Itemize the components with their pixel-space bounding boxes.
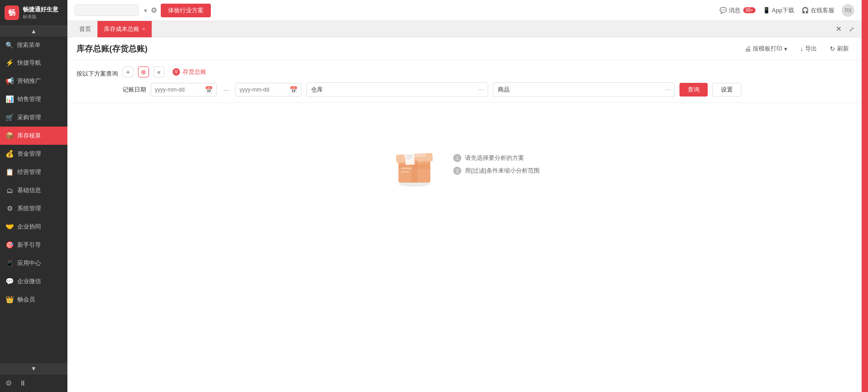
inventory-icon: 📦 [5, 132, 14, 140]
finance-icon: 💰 [5, 150, 14, 158]
topbar-search-input[interactable] [75, 5, 138, 16]
enterprise-icon: 🤝 [5, 223, 14, 231]
filter-label: 按以下方案查询 [77, 66, 118, 78]
resize-panel-button[interactable]: ⤢ [847, 24, 856, 35]
quick-nav-icon: ⚡ [5, 59, 14, 67]
basic-icon: 🗂 [5, 187, 14, 194]
app-logo: 畅 畅捷通好生意 标准版 [0, 0, 67, 26]
message-label: 消息 [729, 6, 740, 15]
sidebar-item-inventory[interactable]: 📦 库存核算 [0, 127, 67, 145]
product-more-icon[interactable]: ··· [661, 83, 674, 97]
export-button[interactable]: ↓ 导出 [797, 43, 821, 55]
sidebar-item-purchase[interactable]: 🛒 采购管理 [0, 108, 67, 127]
sidebar-item-label: 系统管理 [17, 204, 62, 213]
tab-home[interactable]: 首页 [73, 21, 97, 37]
vip-icon: 👑 [5, 295, 14, 304]
svg-rect-7 [401, 171, 409, 173]
filter-scheme-item[interactable]: 存 存货总账 [169, 66, 210, 78]
filter-row-buttons: + ⊗ « 存 存货总账 [123, 66, 853, 78]
refresh-button[interactable]: ↻ 刷新 [826, 43, 853, 55]
search-icon: 🔍 [5, 41, 13, 49]
sidebar-item-label: 基础信息 [17, 186, 62, 194]
toggle-sidebar-icon[interactable]: ⏸ [19, 379, 26, 387]
scroll-up-button[interactable]: ▲ [0, 26, 67, 36]
sidebar-item-label: 企业协同 [17, 223, 62, 231]
message-icon: 💬 [720, 7, 727, 14]
sidebar-item-vip[interactable]: 👑 畅会员 [0, 290, 67, 309]
topbar-gear-icon[interactable]: ⚙ [151, 6, 157, 15]
print-chevron-icon: ▾ [784, 46, 787, 52]
sidebar-item-newbie[interactable]: 🎯 新手引导 [0, 236, 67, 254]
print-button[interactable]: 🖨 按模板打印 ▾ [741, 43, 791, 55]
sidebar-nav: ⚡ 快捷导航 📢 营销推广 📊 销售管理 🛒 采购管理 📦 库存核算 💰 资金管… [0, 54, 67, 363]
purchase-icon: 🛒 [5, 113, 14, 122]
tab-inventory-cost[interactable]: 库存成本总账 × [97, 21, 152, 37]
warehouse-more-icon[interactable]: ··· [475, 83, 488, 97]
close-panel-button[interactable]: ✕ [834, 23, 843, 35]
search-menu-item[interactable]: 🔍 搜索菜单 [0, 36, 67, 54]
tab-close-icon[interactable]: × [142, 26, 145, 32]
warehouse-filter[interactable]: 仓库 ··· [306, 82, 488, 97]
sidebar-item-quick-nav[interactable]: ⚡ 快捷导航 [0, 54, 67, 72]
user-label: Rit [845, 7, 852, 14]
calendar-to-icon[interactable]: 📅 [286, 83, 301, 96]
right-panel[interactable] [862, 0, 868, 392]
empty-state-inner: 1 请先选择要分析的方案 2 用[过滤]条件来缩小分析范围 [389, 139, 539, 189]
sidebar-item-label: 企业微信 [17, 277, 62, 285]
wechat-icon: 💬 [5, 277, 14, 285]
sidebar-item-operations[interactable]: 📋 经营管理 [0, 163, 67, 181]
sales-icon: 📊 [5, 95, 14, 103]
query-button[interactable]: 查询 [679, 83, 708, 97]
user-avatar[interactable]: Rit [842, 4, 854, 17]
empty-illustration [389, 139, 439, 189]
settings-button[interactable]: 设置 [712, 83, 741, 97]
date-from-input[interactable] [151, 84, 201, 96]
empty-tip-2: 2 用[过滤]条件来缩小分析范围 [453, 167, 539, 175]
page-header: 库存总账(存货总账) 🖨 按模板打印 ▾ ↓ 导出 ↻ 刷新 [67, 37, 862, 61]
topbar-nav: ▾ ⚙ 体验行业方案 [75, 4, 714, 17]
app-download-button[interactable]: 📱 App下载 [763, 6, 794, 15]
product-label: 商品 [493, 83, 514, 97]
filter-collapse-button[interactable]: « [153, 66, 164, 77]
filter-add-button[interactable]: + [123, 66, 133, 77]
sidebar-item-label: 库存核算 [17, 132, 62, 140]
sidebar-item-apps[interactable]: 📱 应用中心 [0, 254, 67, 272]
tab-inventory-cost-label: 库存成本总账 [104, 25, 139, 33]
newbie-icon: 🎯 [5, 241, 14, 249]
scroll-down-button[interactable]: ▼ [0, 363, 67, 374]
sidebar-item-finance[interactable]: 💰 资金管理 [0, 145, 67, 163]
refresh-icon: ↻ [830, 45, 835, 52]
calendar-from-icon[interactable]: 📅 [201, 83, 216, 96]
sidebar-item-basic[interactable]: 🗂 基础信息 [0, 181, 67, 199]
topbar: ▾ ⚙ 体验行业方案 💬 消息 99+ 📱 App下载 🎧 在线客服 Rit [67, 0, 862, 21]
sidebar-item-system[interactable]: ⚙ 系统管理 [0, 199, 67, 218]
sidebar-item-marketing[interactable]: 📢 营销推广 [0, 72, 67, 90]
sidebar-item-enterprise[interactable]: 🤝 企业协同 [0, 218, 67, 236]
sidebar-item-sales[interactable]: 📊 销售管理 [0, 90, 67, 108]
date-separator: — [221, 87, 231, 93]
filter-delete-button[interactable]: ⊗ [138, 66, 149, 77]
online-service-button[interactable]: 🎧 在线客服 [802, 6, 834, 15]
sidebar-bottom: ⚙ ⏸ [0, 374, 67, 392]
page-content: 库存总账(存货总账) 🖨 按模板打印 ▾ ↓ 导出 ↻ 刷新 按以下方案查询 [67, 37, 862, 392]
sidebar-item-label: 采购管理 [17, 113, 62, 122]
date-to-group: 📅 [235, 83, 301, 97]
filter-row-fields: 记账日期 📅 — 📅 仓库 ··· [123, 82, 853, 97]
sidebar-item-label: 营销推广 [17, 77, 62, 85]
sidebar-item-wechat[interactable]: 💬 企业微信 [0, 272, 67, 290]
refresh-label: 刷新 [837, 45, 849, 53]
date-to-input[interactable] [236, 84, 286, 96]
message-button[interactable]: 💬 消息 99+ [720, 6, 756, 15]
product-filter[interactable]: 商品 ··· [493, 82, 675, 97]
settings-bottom-icon[interactable]: ⚙ [5, 379, 12, 387]
sidebar-item-label: 应用中心 [17, 259, 62, 267]
tip-number-2: 2 [453, 167, 461, 175]
del-icon: ⊗ [141, 68, 146, 76]
tip-number-1: 1 [453, 154, 461, 162]
trial-button[interactable]: 体验行业方案 [161, 4, 211, 17]
topbar-chevron-icon[interactable]: ▾ [144, 7, 147, 14]
export-icon: ↓ [800, 45, 803, 52]
operations-icon: 📋 [5, 168, 14, 176]
tabbar: 首页 库存成本总账 × ✕ ⤢ [67, 21, 862, 37]
scheme-icon: 存 [173, 68, 180, 76]
